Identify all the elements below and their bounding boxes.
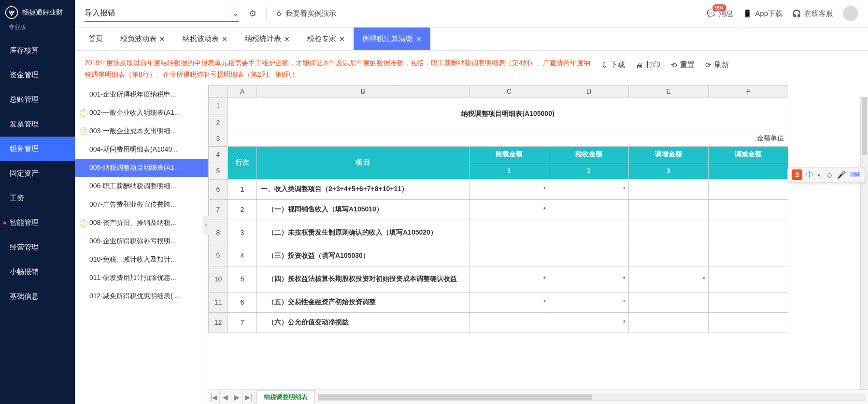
close-icon[interactable]: ✕ <box>159 35 165 43</box>
nav-salary[interactable]: 工资 <box>0 186 75 210</box>
close-icon[interactable]: ✕ <box>284 35 290 43</box>
sheet-title[interactable]: 纳税调整项目明细表(A105000) <box>228 97 788 131</box>
nav-tax[interactable]: 税务管理 <box>0 137 75 161</box>
refresh-button[interactable]: ⟳刷新 <box>705 60 729 70</box>
support-button[interactable]: 🎧 在线客服 <box>792 9 833 18</box>
cell[interactable]: * <box>629 266 709 292</box>
tree-item[interactable]: 003-一般企业成本支出明细... <box>75 122 208 140</box>
ime-lang[interactable]: 中 <box>806 170 813 180</box>
select-all-corner[interactable] <box>209 85 228 97</box>
col-header[interactable]: A <box>228 85 257 97</box>
row-header[interactable]: 12 <box>209 312 228 333</box>
nav-basic-info[interactable]: 基础信息 <box>0 284 75 309</box>
header-num[interactable]: 2 <box>549 163 629 179</box>
tab-tax-stats[interactable]: 纳税统计表✕ <box>236 28 299 50</box>
cell[interactable]: * <box>470 266 549 292</box>
row-header[interactable]: 8 <box>209 220 228 246</box>
cell[interactable] <box>549 246 629 266</box>
nav-operations[interactable]: 经营管理 <box>0 235 75 260</box>
close-icon[interactable]: ✕ <box>222 35 228 43</box>
cell[interactable]: * <box>549 312 629 333</box>
header-num[interactable]: 1 <box>470 163 549 179</box>
cell[interactable] <box>709 312 788 333</box>
nav-fixed-assets[interactable]: 固定资产 <box>0 161 75 186</box>
tab-tax-payment[interactable]: 纳税波动表✕ <box>174 28 236 50</box>
col-header[interactable]: B <box>257 85 470 97</box>
cell[interactable]: 5 <box>228 266 257 292</box>
cell[interactable] <box>709 266 788 292</box>
cell[interactable] <box>470 246 549 266</box>
row-header[interactable]: 6 <box>209 179 228 199</box>
cell[interactable]: * <box>470 199 549 220</box>
avatar[interactable] <box>843 6 858 21</box>
sheet-nav-prev[interactable]: ◀ <box>220 390 231 404</box>
header-seq[interactable]: 行次 <box>228 146 257 179</box>
cell[interactable] <box>629 220 709 246</box>
nav-expense[interactable]: 小畅报销 <box>0 260 75 284</box>
cell[interactable]: * <box>470 179 549 199</box>
cell[interactable] <box>629 179 709 199</box>
row-header[interactable]: 4 <box>209 146 228 163</box>
cell[interactable]: 7 <box>228 312 257 333</box>
col-header[interactable]: C <box>470 85 549 97</box>
import-dropdown[interactable]: 导入报错 ⌄ <box>85 5 239 22</box>
header-num[interactable] <box>709 163 788 179</box>
sheet-tab[interactable]: 纳税调整明细表 <box>256 390 315 404</box>
cell[interactable]: * <box>549 266 629 292</box>
sheet-nav-last[interactable]: ▶| <box>243 390 255 404</box>
cell[interactable] <box>549 220 629 246</box>
scrollbar-thumb[interactable] <box>318 394 592 400</box>
cell[interactable] <box>709 199 788 220</box>
col-header[interactable]: D <box>549 85 629 97</box>
tree-item[interactable]: 007-广告费和业务宣传费跨... <box>75 195 208 214</box>
tree-item[interactable]: 011-研发费用加计扣除优惠... <box>75 269 208 287</box>
cell[interactable]: * <box>549 179 629 199</box>
cell[interactable] <box>709 292 788 312</box>
vertical-scrollbar[interactable] <box>860 97 868 390</box>
collapse-handle[interactable]: « <box>203 216 209 235</box>
tree-item[interactable]: 004-期间费用明细表(A1040... <box>75 140 208 159</box>
cell[interactable] <box>549 199 629 220</box>
ime-emoji-icon[interactable]: ☺ <box>826 171 833 179</box>
cell[interactable] <box>629 199 709 220</box>
cell[interactable]: 1 <box>228 179 257 199</box>
tab-home[interactable]: 首页 <box>80 28 112 50</box>
cell[interactable] <box>709 246 788 266</box>
header-item[interactable]: 项 目 <box>257 146 470 179</box>
scrollbar-thumb[interactable] <box>862 97 867 155</box>
cell[interactable]: 2 <box>228 199 257 220</box>
print-button[interactable]: 🖨打印 <box>636 60 660 70</box>
tab-income-tax-settlement[interactable]: 所得税汇算清缴✕ <box>354 28 430 50</box>
cell[interactable] <box>709 220 788 246</box>
row-header[interactable]: 2 <box>209 114 228 131</box>
ime-keyboard-icon[interactable]: ⌨ <box>850 170 861 179</box>
cell[interactable] <box>470 312 549 333</box>
header-decrease[interactable]: 调减金额 <box>709 146 788 163</box>
cell[interactable]: 3 <box>228 220 257 246</box>
header-tax-amount[interactable]: 税收金额 <box>549 146 629 163</box>
demo-link[interactable]: ♁ 我要看实例演示 <box>276 9 336 18</box>
cell[interactable]: * <box>470 292 549 312</box>
nav-inventory[interactable]: 库存核算 <box>0 38 75 63</box>
ime-mic-icon[interactable]: 🎤 <box>837 170 846 179</box>
horizontal-scrollbar[interactable] <box>318 394 865 401</box>
reset-button[interactable]: ⟲重置 <box>671 60 695 70</box>
tree-item[interactable]: 010-免税、减计收入及加计... <box>75 251 208 269</box>
cell[interactable] <box>629 312 709 333</box>
tab-tax-expert[interactable]: 税检专家✕ <box>299 28 354 50</box>
gear-icon[interactable]: ⚙ <box>249 8 256 19</box>
cell[interactable]: （五）交易性金融资产初始投资调整 <box>257 292 470 312</box>
tree-item[interactable]: 008-资产折旧、摊销及纳税... <box>75 214 208 232</box>
col-header[interactable]: E <box>629 85 709 97</box>
tab-tax-burden[interactable]: 税负波动表✕ <box>112 28 174 50</box>
row-header[interactable]: 3 <box>209 131 228 146</box>
sheet-nav-next[interactable]: ▶ <box>231 390 243 404</box>
tree-item[interactable]: 002-一般企业收入明细表(A1... <box>75 104 208 122</box>
cell[interactable]: 一、收入类调整项目（2+3+4+5+6+7+8+10+11） <box>257 179 470 199</box>
header-book-amount[interactable]: 账载金额 <box>470 146 549 163</box>
cell[interactable]: 6 <box>228 292 257 312</box>
cell[interactable]: （三）投资收益（填写A105030） <box>257 246 470 266</box>
col-header[interactable]: F <box>709 85 788 97</box>
cell[interactable]: 4 <box>228 246 257 266</box>
tree-item[interactable]: 009-企业所得税弥补亏损明... <box>75 232 208 251</box>
